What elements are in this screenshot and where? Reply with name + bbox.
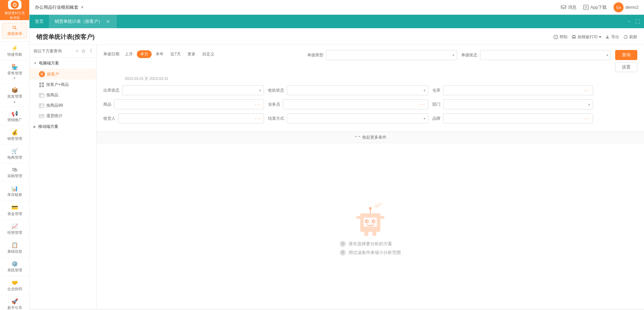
sales-icon: 💰 [11, 129, 18, 136]
export-button[interactable]: 导出 [605, 34, 619, 40]
tab-minimize-button[interactable]: － [625, 17, 633, 26]
receiver-label: 收货人 [103, 116, 115, 121]
date-btn-this-month[interactable]: 本月 [137, 50, 152, 58]
sidebar-item-guide[interactable]: 🚀 新手引导 [0, 295, 29, 310]
product-icon [39, 93, 44, 98]
salesperson-select[interactable]: ··· [283, 99, 429, 109]
empty-hint-1: ① 请先选择要分析的方案 [340, 241, 392, 247]
receiver-select[interactable]: ··· [118, 113, 264, 123]
tab-sales-stats[interactable]: 销货单统计表（按客户） ✕ [49, 15, 116, 28]
marketing-icon: 📢 [11, 110, 18, 117]
delivery-status-select[interactable]: ▾ [122, 85, 264, 95]
payment-status-arrow: ▾ [424, 89, 425, 92]
tab-sales-label: 销货单统计表（按客户） [55, 18, 103, 24]
svg-rect-30 [380, 216, 384, 219]
help-icon: ? [553, 35, 558, 39]
sidebar-item-quicknav[interactable]: ⚡ 快捷导航 [0, 42, 29, 60]
svg-point-34 [378, 203, 382, 205]
header-dropdown-icon[interactable]: ▾ [81, 5, 84, 10]
settlement-select[interactable]: ▾ [287, 113, 429, 123]
sidebar-item-basic[interactable]: 📋 基础信息 [0, 239, 29, 257]
scheme-category-desktop-header[interactable]: ▼ 电脑端方案 [30, 58, 96, 69]
brand-select[interactable]: ··· [443, 113, 593, 123]
sidebar-item-marketing[interactable]: 📢 营销推广 [0, 107, 29, 126]
scheme-edit-icon[interactable]: ⊙ [82, 48, 86, 54]
order-status-select[interactable]: ▾ [480, 50, 611, 60]
scheme-add-icon[interactable]: ＋ [75, 48, 79, 54]
svg-point-28 [369, 207, 372, 210]
warehouse-label: 仓库 [432, 88, 440, 93]
scheme-category-mobile: ▶ 移动端方案 [30, 121, 96, 132]
date-range-text: 2023-03-01 至 2023-03-31 [125, 76, 168, 81]
scheme-item-return-label: 退货统计 [46, 113, 62, 119]
app-download-button[interactable]: App下载 [583, 4, 607, 10]
date-btn-last-month[interactable]: 上月 [122, 50, 136, 58]
scheme-item-product99[interactable]: 按商品99 [30, 100, 96, 111]
department-select[interactable]: ▾ [443, 99, 593, 109]
tab-home-label: 首页 [35, 18, 44, 24]
settings-button[interactable]: 设置 [615, 62, 637, 72]
delivery-status-label: 出库状态 [103, 88, 119, 93]
user-profile[interactable]: Ea demo2 [613, 2, 639, 12]
scheme-collapse-icon[interactable]: 《 [88, 48, 92, 54]
sidebar-item-purchase[interactable]: 🛍 采购管理 [0, 163, 29, 182]
app-version: 标准版 [10, 15, 20, 20]
ecommerce-icon: 🛒 [11, 148, 18, 154]
refresh-button[interactable]: 刷新 [623, 34, 637, 40]
product-select[interactable]: ··· [114, 99, 264, 109]
collapse-button[interactable]: ⌃⌃ 收起更多条件 [354, 135, 386, 140]
desktop-category-arrow: ▼ [34, 61, 37, 65]
scheme-item-customer-product[interactable]: 按客户+商品 [30, 80, 96, 90]
scheme-item-by-product[interactable]: 按商品 [30, 90, 96, 100]
sidebar-item-inventory[interactable]: 📊 库存核算 [0, 182, 29, 201]
page-title: 销货单统计表(按客户) [36, 33, 95, 41]
sidebar-item-system[interactable]: ⚙️ 系统管理 [0, 257, 29, 276]
operations-icon: 📈 [11, 223, 18, 229]
quicknav-icon: ⚡ [11, 45, 18, 51]
avatar-text: Ea [616, 5, 621, 9]
tab-home[interactable]: 首页 [30, 15, 49, 28]
sidebar-item-operations[interactable]: 📈 经营管理 [0, 220, 29, 239]
sidebar-item-finance[interactable]: 💳 资金管理 [0, 201, 29, 220]
print-button[interactable]: 按模板打印 ▾ [572, 34, 601, 40]
settlement-label: 结算方式 [268, 116, 284, 121]
help-button[interactable]: ? 帮助 [553, 34, 568, 40]
empty-svg [350, 197, 390, 237]
date-btn-more[interactable]: 更多 [185, 50, 198, 58]
query-button[interactable]: 查询 [615, 50, 637, 60]
scheme-category-desktop: ▼ 电脑端方案 按 按客户 [30, 58, 96, 121]
wholesale-icon: 📦 [11, 87, 18, 93]
svg-rect-29 [356, 216, 360, 219]
svg-point-2 [13, 26, 15, 29]
date-btn-this-year[interactable]: 本年 [153, 50, 166, 58]
scheme-category-mobile-header[interactable]: ▶ 移动端方案 [30, 121, 96, 132]
date-btn-custom[interactable]: 自定义 [200, 50, 217, 58]
svg-text:?: ? [555, 36, 556, 39]
search-label: 搜索菜单 [7, 31, 22, 36]
order-type-select[interactable]: ▾ [326, 50, 457, 60]
tab-bar-actions: － ⛶ [625, 17, 644, 26]
hint1-num: ① [340, 241, 346, 247]
tab-maximize-button[interactable]: ⛶ [634, 17, 641, 25]
purchase-icon: 🛍 [12, 167, 17, 173]
tab-close-button[interactable]: ✕ [105, 19, 111, 24]
sidebar-item-wholesale[interactable]: 📦 批发管理 ▲ [0, 84, 29, 107]
collapse-row[interactable]: ⌃⌃ 收起更多条件 [97, 132, 644, 143]
sidebar-item-retail[interactable]: 🏪 零售管理 ▼ [0, 60, 29, 84]
sidebar-item-cooperation[interactable]: 🤝 企业协同 [0, 276, 29, 295]
svg-rect-9 [573, 37, 575, 38]
inventory-icon: 📊 [11, 185, 18, 192]
date-btn-last7days[interactable]: 近7天 [168, 50, 183, 58]
scheme-item-by-customer[interactable]: 按 按客户 [30, 69, 96, 80]
sidebar-item-ecommerce[interactable]: 🛒 电商管理 [0, 145, 29, 163]
payment-status-select[interactable]: ▾ [287, 85, 429, 95]
message-button[interactable]: 消息 [561, 4, 577, 10]
retail-icon: 🏪 [11, 64, 18, 70]
search-menu-button[interactable]: 搜索菜单 [2, 23, 27, 39]
scheme-item-return-stats[interactable]: 退货统计 [30, 111, 96, 121]
user-avatar: Ea [613, 2, 624, 12]
sidebar-item-sales[interactable]: 💰 销售管理 [0, 126, 29, 145]
logo-icon [8, 0, 21, 9]
print-arrow[interactable]: ▾ [599, 35, 601, 39]
warehouse-select[interactable]: ··· [443, 85, 593, 95]
